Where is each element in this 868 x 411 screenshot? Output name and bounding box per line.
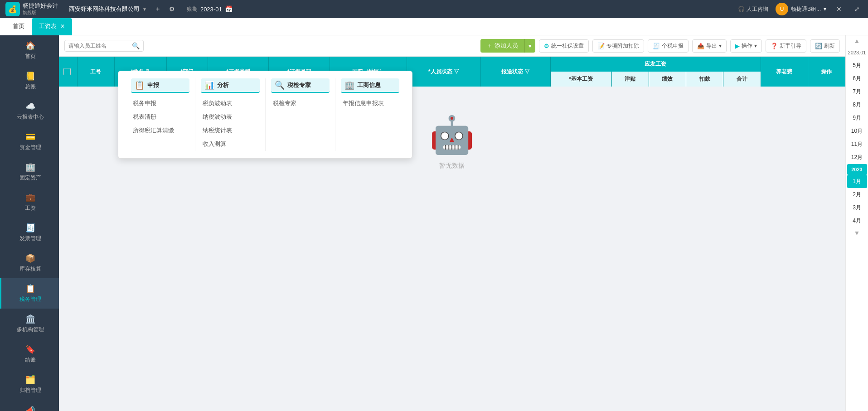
menu-item-tax-table[interactable]: 税表清册	[131, 110, 189, 124]
sidebar-item-invoice[interactable]: 🧾 发票管理	[0, 218, 59, 248]
menu-item-tax-stat[interactable]: 纳税统计表	[201, 124, 259, 137]
dropdown-menu: 📋 申报 税务申报 税表清册 所得税汇算清缴 📊 分析	[118, 71, 412, 159]
cal-year-2023: 2023	[847, 164, 867, 175]
asset-icon: 🏢	[25, 162, 35, 172]
export-chevron-icon: ▾	[719, 43, 722, 49]
cal-month-9[interactable]: 9月	[847, 111, 867, 125]
sidebar-item-home[interactable]: 🏠 首页	[0, 35, 59, 66]
search-input[interactable]	[68, 43, 132, 49]
cal-month-11[interactable]: 11月	[847, 138, 867, 151]
sidebar-item-ledger[interactable]: 📒 总账	[0, 66, 59, 96]
top-bar-right: 🎧 人工咨询 U 畅捷通B组... ▾ ✕ ⤢	[738, 3, 863, 15]
tax-report-label: 个税申报	[662, 42, 684, 50]
cal-month-3[interactable]: 3月	[847, 201, 867, 214]
sidebar-label-fund: 资金管理	[19, 144, 41, 151]
sidebar-label-multi: 多机构管理	[17, 326, 44, 334]
sidebar-label-inventory: 库存核算	[19, 265, 41, 273]
menu-item-tax-burden[interactable]: 税负波动表	[201, 97, 259, 110]
menu-item-income-tax[interactable]: 所得税汇算清缴	[131, 124, 189, 137]
col-allowance: 津贴	[611, 72, 649, 87]
dropdown-header-business: 🏢 工商信息	[341, 78, 399, 93]
sidebar-item-cloud[interactable]: ☁️ 云报表中心	[0, 96, 59, 126]
settings-icon[interactable]: ⚙	[167, 4, 178, 15]
sidebar-item-tax[interactable]: 📋 税务管理	[0, 278, 59, 309]
fund-icon: 💳	[25, 132, 35, 142]
top-bar: 💰 畅捷通好会计 旗舰版 西安虾米网络科技有限公司 ▼ ＋ ⚙ 账期 2023-…	[0, 0, 868, 18]
sidebar-item-asset[interactable]: 🏢 固定资产	[0, 157, 59, 187]
social-insurance-button[interactable]: ⚙ 统一社保设置	[539, 39, 589, 53]
refresh-label: 刷新	[824, 42, 835, 50]
cal-month-7[interactable]: 7月	[847, 85, 867, 98]
service-button[interactable]: 🎧 人工咨询	[738, 5, 768, 13]
guide-button[interactable]: ❓ 新手引导	[766, 39, 806, 53]
tab-home-label: 首页	[13, 22, 24, 30]
search-wrap[interactable]: 🔍	[64, 40, 144, 52]
logo-icon: 💰	[5, 2, 20, 16]
cal-month-4[interactable]: 4月	[847, 214, 867, 227]
logo-area: 💰 畅捷通好会计 旗舰版	[5, 2, 60, 16]
dropdown-col-expert: 🔍 税检专家 税检专家	[266, 78, 335, 151]
menu-item-tax-fluctuation[interactable]: 纳税波动表	[201, 110, 259, 124]
check-all-col	[59, 57, 77, 87]
sidebar-item-inventory[interactable]: 📦 库存核算	[0, 248, 59, 278]
empty-text: 暂无数据	[439, 162, 465, 170]
expense-icon: 📣	[25, 405, 35, 411]
cal-month-1[interactable]: 1月	[847, 175, 867, 188]
cal-month-8[interactable]: 8月	[847, 98, 867, 111]
tab-close-icon[interactable]: ✕	[60, 23, 65, 29]
add-icon-btn: ＋	[487, 42, 493, 50]
export-icon: 📤	[697, 43, 704, 49]
tab-home[interactable]: 首页	[5, 18, 32, 35]
add-icon[interactable]: ＋	[152, 4, 163, 15]
operation-label: 操作	[742, 42, 752, 50]
col-submit-status: 报送状态 ▽	[480, 57, 550, 87]
cal-month-2[interactable]: 2月	[847, 188, 867, 201]
guide-label: 新手引导	[780, 42, 801, 50]
export-button[interactable]: 📤 导出 ▾	[692, 39, 727, 53]
expand-icon[interactable]: ⤢	[852, 4, 863, 15]
company-selector[interactable]: 西安虾米网络科技有限公司 ▼	[69, 5, 147, 13]
cal-month-12[interactable]: 12月	[847, 151, 867, 164]
cal-nav-down[interactable]: ▼	[852, 227, 863, 238]
headset-icon: 🎧	[738, 6, 745, 12]
empty-icon: 🤖	[429, 114, 475, 156]
operation-chevron-icon: ▾	[754, 43, 757, 49]
sidebar-item-salary[interactable]: 💼 工资	[0, 187, 59, 218]
dropdown-header-report: 📋 申报	[131, 78, 189, 93]
add-person-dropdown-button[interactable]: ▾	[524, 39, 535, 53]
check-all-box[interactable]	[63, 68, 71, 75]
cal-month-10[interactable]: 10月	[847, 125, 867, 138]
add-person-button[interactable]: ＋ 添加人员	[480, 39, 524, 53]
tax-report-button[interactable]: 🧾 个税申报	[648, 39, 689, 53]
ledger-icon: 📒	[25, 71, 35, 81]
cal-month-5[interactable]: 5月	[847, 59, 867, 72]
search-icon: 🔍	[132, 42, 140, 49]
sidebar-item-archive[interactable]: 🗂️ 归档管理	[0, 369, 59, 400]
operation-button[interactable]: ▶ 操作 ▾	[730, 39, 762, 53]
sidebar-item-fund[interactable]: 💳 资金管理	[0, 126, 59, 157]
sidebar-item-expense[interactable]: 📣 小畅报销	[0, 400, 59, 411]
add-person-label: 添加人员	[495, 42, 518, 50]
sidebar-label-cloud: 云报表中心	[17, 113, 44, 121]
dropdown-col-report: 📋 申报 税务申报 税表清册 所得税汇算清缴	[126, 78, 195, 151]
sidebar-item-multi[interactable]: 🏛️ 多机构管理	[0, 309, 59, 339]
tab-salary[interactable]: 工资表 ✕	[32, 18, 72, 35]
export-label: 导出	[706, 42, 717, 50]
calendar-icon[interactable]: 📅	[225, 5, 233, 13]
sidebar-item-close[interactable]: 🔖 结账	[0, 339, 59, 369]
social-insurance-icon: ⚙	[544, 43, 549, 49]
close-icon[interactable]: ✕	[834, 4, 844, 15]
menu-item-income-estimate[interactable]: 收入测算	[201, 137, 259, 151]
menu-item-expert[interactable]: 税检专家	[271, 97, 330, 110]
cal-nav-up[interactable]: ▲	[852, 35, 863, 46]
cal-month-6[interactable]: 6月	[847, 72, 867, 85]
expert-header-icon: 🔍	[275, 80, 285, 90]
user-area[interactable]: U 畅捷通B组... ▾	[776, 3, 826, 15]
refresh-button[interactable]: 🔄 刷新	[810, 39, 840, 53]
expert-header-label: 税检专家	[287, 81, 311, 89]
dropdown-col-analysis: 📊 分析 税负波动表 纳税波动表 纳税统计表 收入测算	[195, 78, 265, 151]
special-deduction-button[interactable]: 📝 专项附加扣除	[592, 39, 644, 53]
menu-item-tax-report[interactable]: 税务申报	[131, 97, 189, 110]
report-header-icon: 📋	[135, 80, 145, 90]
menu-item-annual-report[interactable]: 年报信息申报表	[341, 97, 399, 110]
